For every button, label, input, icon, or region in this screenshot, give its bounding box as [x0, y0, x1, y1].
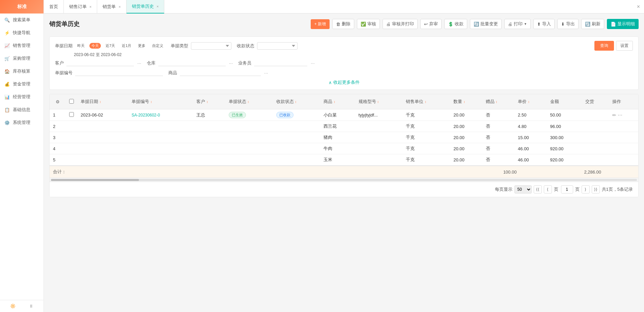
spec-sort-icon[interactable]: ↕ — [377, 100, 379, 104]
goods-sort-icon[interactable]: ↕ — [334, 100, 335, 104]
date-sort-icon[interactable]: ↕ — [100, 100, 101, 104]
prev-page-button[interactable]: ⟨ — [544, 185, 552, 193]
sidebar-bottom-icon2[interactable]: ⏸ — [29, 304, 33, 309]
horizontal-scrollbar[interactable] — [50, 178, 638, 182]
customer-sort-icon[interactable]: ↕ — [206, 100, 208, 104]
tab-sales-delivery[interactable]: 销货单 × — [97, 0, 126, 14]
col-settings[interactable]: ⚙ — [50, 94, 66, 109]
show-detail-button[interactable]: 📄 显示明细 — [607, 19, 639, 29]
row-action[interactable] — [609, 154, 638, 165]
qty-sort-icon[interactable]: ↕ — [464, 100, 465, 104]
main-area: 首页 销售订单 × 销货单 × 销货单历史 × × 销货单历史 + 新增 🗑 删… — [44, 0, 644, 312]
salesperson-select-icon[interactable]: ··· — [311, 60, 315, 66]
salesperson-input[interactable] — [254, 60, 307, 66]
row-checkbox[interactable] — [66, 121, 77, 132]
select-all-checkbox[interactable] — [69, 99, 74, 104]
customer-select-icon[interactable]: ··· — [137, 60, 141, 66]
row-doc-no[interactable]: SA-20230602-0 — [128, 109, 193, 121]
review-button[interactable]: ✅ 审核 — [357, 19, 380, 29]
row-action[interactable] — [609, 143, 638, 154]
gift-sort-icon[interactable]: ↕ — [496, 100, 497, 104]
sidebar-item-sales[interactable]: 📈 销售管理 — [0, 39, 44, 52]
next-page-button[interactable]: ⟩ — [582, 185, 590, 193]
batch-change-button[interactable]: 🔄 批量变更 — [470, 19, 502, 29]
sidebar-item-search[interactable]: 🔍 搜索菜单 — [0, 14, 44, 26]
doc-no-sort-icon[interactable]: ↕ — [150, 100, 152, 104]
payment-status-sort-icon[interactable]: ↕ — [295, 100, 297, 104]
sidebar-item-basic-info[interactable]: 📋 基础信息 — [0, 103, 44, 116]
row-doc-no[interactable] — [128, 143, 193, 154]
last-page-button[interactable]: ⟩⟩ — [592, 185, 600, 193]
row-checkbox[interactable] — [66, 109, 77, 121]
export-button[interactable]: ⬇ 导出 — [557, 19, 579, 29]
sidebar-item-system[interactable]: ⚙️ 系统管理 — [0, 116, 44, 129]
filter-salesperson: 业务员 ··· — [238, 60, 315, 66]
sidebar-item-purchase[interactable]: 🛒 采购管理 — [0, 52, 44, 65]
date-btn-1month[interactable]: 近1月 — [120, 43, 133, 49]
refresh-button[interactable]: 🔃 刷新 — [581, 19, 604, 29]
search-icon: 🔍 — [4, 17, 10, 23]
query-button[interactable]: 查询 — [594, 41, 614, 51]
row-checkbox[interactable] — [66, 132, 77, 143]
goods-input[interactable] — [180, 70, 261, 76]
tab-close-all[interactable]: × — [633, 4, 644, 10]
sidebar-item-label: 资金管理 — [13, 81, 30, 87]
doc-status-sort-icon[interactable]: ↕ — [247, 100, 249, 104]
tab-sales-order[interactable]: 销售订单 × — [64, 0, 97, 14]
tab-sales-history-close[interactable]: × — [157, 4, 159, 8]
customer-input[interactable] — [66, 60, 134, 66]
tab-sales-order-close[interactable]: × — [89, 5, 91, 9]
date-btn-yesterday[interactable]: 昨天 — [75, 43, 87, 49]
print-button[interactable]: 🖨 打印 ▼ — [504, 19, 531, 29]
row-action[interactable] — [609, 132, 638, 143]
warehouse-select-icon[interactable]: ··· — [229, 60, 233, 66]
sidebar-item-quick-nav[interactable]: ⚡ 快捷导航 — [0, 26, 44, 39]
delete-button[interactable]: 🗑 删除 — [332, 19, 354, 29]
date-btn-today[interactable]: 今天 — [89, 43, 101, 49]
new-button[interactable]: + 新增 — [311, 19, 330, 29]
col-customer: 客户 ↕ — [193, 94, 225, 109]
warehouse-input[interactable] — [158, 60, 226, 66]
row-checkbox[interactable] — [66, 143, 77, 154]
sidebar-bottom-icon1[interactable]: 🔆 — [10, 304, 16, 309]
settings-button[interactable]: 设置 — [616, 41, 633, 51]
unit-sort-icon[interactable]: ↕ — [425, 100, 426, 104]
more-action-icon[interactable]: ⋯ — [618, 112, 622, 118]
row-select-checkbox[interactable] — [69, 112, 74, 117]
sidebar-item-operation[interactable]: 📊 经营管理 — [0, 90, 44, 103]
first-page-button[interactable]: ⟨⟨ — [534, 185, 542, 193]
collect-button[interactable]: 💲 收款 — [444, 19, 467, 29]
unit-price-sort-icon[interactable]: ↕ — [528, 100, 530, 104]
tab-sales-delivery-close[interactable]: × — [118, 5, 120, 9]
row-action[interactable] — [609, 121, 638, 132]
col-checkbox[interactable] — [66, 94, 77, 109]
abandon-button[interactable]: ↩ 弃审 — [420, 19, 442, 29]
row-doc-no[interactable] — [128, 132, 193, 143]
review-print-button[interactable]: 🖨 审核并打印 — [383, 19, 418, 29]
page-input[interactable] — [561, 185, 573, 193]
payment-status-select[interactable] — [257, 42, 298, 50]
doc-type-select[interactable] — [191, 42, 231, 50]
row-action[interactable]: ✏ ⋯ — [609, 109, 638, 121]
tab-sales-history[interactable]: 销货单历史 × — [127, 0, 164, 14]
row-checkbox[interactable] — [66, 154, 77, 165]
import-button[interactable]: ⬆ 导入 — [533, 19, 555, 29]
date-btn-7days[interactable]: 近7天 — [104, 43, 117, 49]
table-settings-icon[interactable]: ⚙ — [53, 97, 62, 106]
date-btn-custom[interactable]: 自定义 — [150, 43, 165, 49]
edit-icon[interactable]: ✏ — [612, 112, 616, 118]
salesperson-label: 业务员 — [238, 60, 251, 66]
tab-home[interactable]: 首页 — [44, 0, 64, 14]
collapse-button[interactable]: ∧ 收起更多条件 — [55, 79, 633, 85]
sidebar-item-finance[interactable]: 💰 资金管理 — [0, 78, 44, 90]
scroll-thumb[interactable] — [51, 179, 139, 181]
row-unit-price: 46.00 — [514, 143, 547, 154]
row-doc-no[interactable] — [128, 154, 193, 165]
page-size-select[interactable]: 50 100 — [514, 185, 532, 193]
row-doc-no[interactable] — [128, 121, 193, 132]
goods-select-icon[interactable]: ··· — [264, 70, 268, 76]
date-btn-more[interactable]: 更多 — [136, 43, 147, 49]
doc-no-link[interactable]: SA-20230602-0 — [132, 113, 160, 118]
doc-no-input[interactable] — [75, 70, 163, 76]
sidebar-item-inventory[interactable]: 🏠 库存核算 — [0, 65, 44, 78]
